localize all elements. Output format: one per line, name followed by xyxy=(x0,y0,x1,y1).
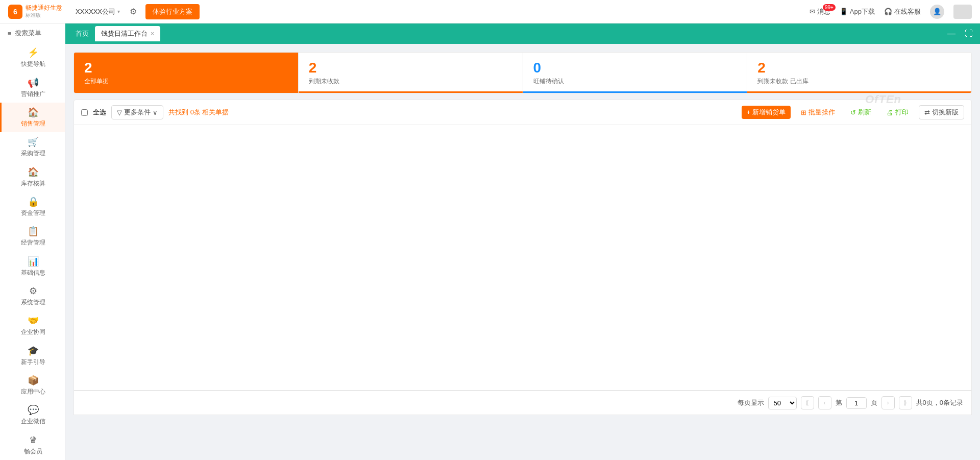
stat-wangpu-num: 0 xyxy=(533,60,737,76)
app-center-icon: 📦 xyxy=(28,375,39,386)
toolbar-right: + 新增销货单 ⊞ 批量操作 ↺ 刷新 🖨 打印 ⇄ 切换新版 xyxy=(742,105,964,119)
filter-btn[interactable]: ▽ 更多条件 ∨ xyxy=(111,105,163,119)
print-btn[interactable]: 🖨 打印 xyxy=(881,106,914,119)
tabbar: 首页 钱货日清工作台 × — ⛶ xyxy=(65,23,980,44)
sidebar-item-enterprise[interactable]: 🤝 企业协同 xyxy=(0,311,65,341)
purchase-label: 采购管理 xyxy=(21,149,45,158)
stat-card-all[interactable]: 2 全部单据 xyxy=(74,53,299,93)
experience-btn[interactable]: 体验行业方案 xyxy=(145,4,200,19)
operations-label: 经营管理 xyxy=(21,238,45,247)
add-sale-btn[interactable]: + 新增销货单 xyxy=(742,106,791,119)
stat-shipped-underline xyxy=(747,91,971,93)
stat-card-shipped[interactable]: 2 到期未收款 已出库 xyxy=(747,53,971,93)
sidebar-item-marketing[interactable]: 📢 营销推广 xyxy=(0,72,65,102)
stat-all-num: 2 xyxy=(84,60,288,76)
tab-work-station[interactable]: 钱货日清工作台 × xyxy=(95,26,160,41)
stat-wangpu-underline xyxy=(523,91,747,93)
toolbar-left: 全选 ▽ 更多条件 ∨ 共找到 0条 相关单据 xyxy=(81,105,736,119)
page-number-input[interactable] xyxy=(846,397,867,409)
stat-wangpu-label: 旺铺待确认 xyxy=(533,77,737,86)
sidebar-item-system[interactable]: ⚙ 系统管理 xyxy=(0,281,65,311)
print-label: 打印 xyxy=(895,108,909,117)
select-all-label: 全选 xyxy=(93,108,106,117)
per-page-label: 每页显示 xyxy=(738,398,764,407)
select-all-checkbox[interactable] xyxy=(81,109,88,116)
inventory-label: 库存核算 xyxy=(21,179,45,188)
print-icon: 🖨 xyxy=(887,109,893,116)
stat-card-overdue[interactable]: 2 到期未收款 xyxy=(299,53,523,93)
user-menu[interactable] xyxy=(953,5,972,19)
sidebar-item-sales[interactable]: 🏠 销售管理 xyxy=(0,103,65,132)
switch-icon: ⇄ xyxy=(924,109,930,116)
prev-page-btn[interactable]: ‹ xyxy=(818,396,831,409)
sidebar-item-finance[interactable]: 🔒 资金管理 xyxy=(0,192,65,222)
purchase-icon: 🛒 xyxy=(28,136,39,148)
company-selector[interactable]: XXXXXX公司 ▾ xyxy=(76,7,122,16)
avatar[interactable]: 👤 xyxy=(930,5,944,19)
pagination-bar: 每页显示 50 100 200 ⟪ ‹ 第 页 › ⟫ 共0页，0条记录 xyxy=(74,391,972,415)
base-info-label: 基础信息 xyxy=(21,269,45,277)
found-prefix: 共找到 xyxy=(168,108,188,116)
settings-icon[interactable]: ⚙ xyxy=(126,5,140,19)
app-download-label: App下载 xyxy=(850,7,875,16)
last-page-btn[interactable]: ⟫ xyxy=(899,396,912,409)
refresh-btn[interactable]: ↺ 刷新 xyxy=(845,106,876,119)
inventory-icon: 🏠 xyxy=(28,166,39,178)
stat-overdue-label: 到期未收款 xyxy=(309,77,512,86)
app-download-btn[interactable]: 📱 App下载 xyxy=(840,7,875,16)
marketing-icon: 📢 xyxy=(28,77,39,88)
stat-card-wangpu[interactable]: 0 旺铺待确认 xyxy=(523,53,748,93)
tab-home-label: 首页 xyxy=(76,29,89,38)
stat-overdue-underline xyxy=(299,91,523,93)
page-prefix-label: 第 xyxy=(836,398,842,407)
stat-shipped-num: 2 xyxy=(757,60,961,76)
company-name: XXXXXX公司 xyxy=(76,7,115,16)
sidebar-item-operations[interactable]: 📋 经营管理 xyxy=(0,222,65,251)
main-content: 2 全部单据 2 到期未收款 0 旺铺待确认 2 到期未收款 已出库 全选 ▽ … xyxy=(65,44,980,460)
enterprise-icon: 🤝 xyxy=(28,315,39,326)
member-icon: ♛ xyxy=(29,434,37,446)
batch-op-btn[interactable]: ⊞ 批量操作 xyxy=(796,106,840,119)
logo: 6 畅捷通好生意 标准版 xyxy=(8,4,74,19)
sales-icon: 🏠 xyxy=(28,107,39,118)
headset-icon: 🎧 xyxy=(884,8,892,15)
sidebar-item-app-center[interactable]: 📦 应用中心 xyxy=(0,371,65,400)
refresh-icon: ↺ xyxy=(850,109,856,116)
tab-minimize-btn[interactable]: — xyxy=(944,28,959,39)
system-label: 系统管理 xyxy=(21,298,45,307)
guide-icon: 🎓 xyxy=(28,345,39,356)
page-suffix-label: 页 xyxy=(871,398,877,407)
page-total: 共0页，0条记录 xyxy=(916,398,963,407)
app-center-label: 应用中心 xyxy=(21,388,45,396)
sidebar-item-purchase[interactable]: 🛒 采购管理 xyxy=(0,132,65,162)
tab-close-icon[interactable]: × xyxy=(151,30,154,37)
base-info-icon: 📊 xyxy=(28,256,39,267)
logo-text: 畅捷通好生意 xyxy=(26,4,62,12)
per-page-select[interactable]: 50 100 200 xyxy=(768,397,797,409)
online-service-btn[interactable]: 🎧 在线客服 xyxy=(884,7,921,16)
found-count: 0条 xyxy=(190,108,201,116)
sales-label: 销售管理 xyxy=(21,119,45,128)
filter-label: 更多条件 xyxy=(124,108,151,117)
filter-chevron-icon: ∨ xyxy=(153,109,158,116)
sidebar-item-base-info[interactable]: 📊 基础信息 xyxy=(0,252,65,281)
next-page-btn[interactable]: › xyxy=(881,396,895,409)
sidebar-item-guide[interactable]: 🎓 新手引导 xyxy=(0,341,65,371)
online-service-label: 在线客服 xyxy=(894,7,921,16)
sidebar-item-quick-nav[interactable]: ⚡ 快捷导航 xyxy=(0,43,65,72)
switch-version-btn[interactable]: ⇄ 切换新版 xyxy=(919,105,964,119)
message-btn[interactable]: ✉ 消息 99+ xyxy=(810,7,830,16)
stat-cards: 2 全部单据 2 到期未收款 0 旺铺待确认 2 到期未收款 已出库 xyxy=(74,52,972,93)
message-badge: 99+ xyxy=(823,4,836,11)
switch-label: 切换新版 xyxy=(932,108,959,117)
tab-home[interactable]: 首页 xyxy=(69,26,95,41)
tabbar-actions: — ⛶ xyxy=(944,28,976,39)
avatar-icon: 👤 xyxy=(933,8,941,15)
sidebar-item-wecom[interactable]: 💬 企业微信 xyxy=(0,400,65,430)
sidebar-item-member[interactable]: ♛ 畅会员 xyxy=(0,430,65,460)
search-icon: ≡ xyxy=(8,30,12,37)
sidebar-item-inventory[interactable]: 🏠 库存核算 xyxy=(0,162,65,191)
search-menu[interactable]: ≡ 搜索菜单 xyxy=(0,23,65,43)
first-page-btn[interactable]: ⟪ xyxy=(801,396,814,409)
tab-maximize-btn[interactable]: ⛶ xyxy=(962,28,976,39)
